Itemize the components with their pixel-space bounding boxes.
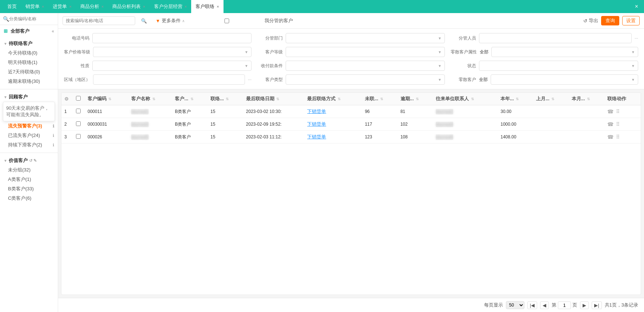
cell-last-contact-type-1[interactable]: 下销货单 [304, 118, 362, 131]
sidebar-item-7days[interactable]: 近7天待联络(0) [0, 67, 58, 77]
action-more-icon-0[interactable]: ⠿ [616, 109, 620, 114]
filter-zero-attr-chevron-icon: ▼ [631, 50, 635, 54]
sidebar-all-customers[interactable]: ⊞ 全部客户 « [0, 25, 58, 37]
query-button[interactable]: 查询 [601, 16, 619, 25]
filter-zero-customer-select[interactable]: ▼ [491, 74, 638, 85]
row-checkbox-0[interactable] [76, 109, 81, 113]
nav-tab-customer-contact[interactable]: 客户联络 × [191, 0, 223, 13]
more-conditions-button[interactable]: ▼ 更多条件 ∧ [153, 16, 188, 25]
sidebar-item-typeB[interactable]: B类客户(33) [0, 184, 58, 194]
action-contact-icon-2[interactable]: ☎ [607, 134, 613, 140]
nav-close-btn[interactable]: × [632, 3, 641, 10]
th-code-label: 客户编码 [88, 96, 106, 101]
nav-tab-analysis-close[interactable]: × [101, 4, 104, 9]
filter-region-more-icon[interactable]: ··· [248, 77, 251, 82]
th-this-year[interactable]: 本年... ⇅ [498, 93, 533, 105]
th-settings[interactable]: ⚙ [61, 93, 73, 105]
nav-home[interactable]: 首页 [3, 0, 21, 13]
cell-last-contact-type-2[interactable]: 下销货单 [304, 131, 362, 143]
nav-tab-analysis-list-close[interactable]: × [143, 4, 145, 9]
action-more-icon-1[interactable]: ⠿ [616, 121, 620, 127]
filter-row-1: 电话号码 分管部门 ▼ 分管人员 ··· [64, 33, 638, 43]
value-edit-icon[interactable]: ↺ ✎ [29, 158, 37, 163]
settings-button[interactable]: 设置 [622, 16, 640, 25]
filter-customer-type-select[interactable]: ▼ [286, 74, 445, 85]
sidebar-item-typeA[interactable]: A类客户(1) [0, 175, 58, 184]
th-action: 联络动作 [604, 93, 641, 105]
prev-page-btn[interactable]: ◀ [540, 301, 549, 309]
sidebar-search-input[interactable] [9, 16, 58, 21]
nav-tab-sales-close[interactable]: × [42, 4, 44, 9]
last-page-btn[interactable]: ▶| [592, 301, 601, 309]
sidebar-item-lost[interactable]: 已流失客户(24) ℹ [0, 131, 58, 140]
sidebar-section-pending-title[interactable]: ▼ 待联络客户 [0, 39, 58, 48]
th-this-month[interactable]: 本月... ⇅ [569, 93, 604, 105]
sidebar-item-declining[interactable]: 持续下滑客户(2) ℹ [0, 140, 58, 150]
next-page-btn[interactable]: ▶ [580, 301, 589, 309]
filter-customer-tier-select[interactable]: ▼ [286, 47, 445, 57]
first-page-btn[interactable]: |◀ [527, 301, 537, 309]
nav-tab-purchase[interactable]: 进货单 × [48, 0, 76, 13]
export-button[interactable]: ↺ 导出 [583, 17, 598, 24]
sidebar-item-pre-lost[interactable]: 流失预警客户(3) ℹ [0, 121, 58, 131]
filter-manager-more-icon[interactable]: ··· [635, 36, 638, 41]
contact-type-link-2[interactable]: 下销货单 [307, 134, 326, 139]
cell-index-2: 3 [61, 131, 73, 143]
action-contact-icon-0[interactable]: ☎ [607, 109, 613, 114]
select-all-checkbox[interactable] [76, 96, 81, 101]
th-overdue[interactable]: 逾期... ⇅ [398, 93, 433, 105]
filter-customer-tier: 客户等级 ▼ [257, 47, 445, 57]
filter-zero-attr-select[interactable]: ▼ [491, 47, 638, 57]
filter-payment-select[interactable]: ▼ [286, 61, 445, 71]
sidebar-section-value-title[interactable]: ▼ 价值客户 ↺ ✎ [0, 156, 58, 165]
cell-last-contact-type-0[interactable]: 下销货单 [304, 105, 362, 118]
sidebar-section-lost-title[interactable]: ▼ 回顾客户 [0, 92, 58, 102]
table-settings-icon[interactable]: ⚙ [64, 96, 69, 102]
action-contact-icon-1[interactable]: ☎ [607, 121, 613, 127]
per-page-select[interactable]: 50 100 200 [506, 301, 524, 309]
sidebar-item-typeC[interactable]: C类客户(6) [0, 194, 58, 203]
sidebar-collapse-icon[interactable]: « [52, 29, 54, 34]
sidebar-divider-1 [0, 89, 58, 89]
nav-tab-analysis[interactable]: 商品分析 × [76, 0, 108, 13]
filter-gender-select[interactable]: ▼ [92, 61, 251, 71]
my-customers-label[interactable]: 我分管的客户 [190, 17, 293, 24]
page-input[interactable] [558, 301, 571, 309]
th-type[interactable]: 客户... ⇅ [172, 93, 208, 105]
filter-price-tier-select[interactable]: ▼ [93, 47, 251, 57]
row-checkbox-2[interactable] [76, 134, 81, 139]
nav-tab-analysis-list[interactable]: 商品分析列表 × [108, 0, 149, 13]
filter-dept-select[interactable]: ▼ [286, 33, 445, 43]
contact-type-link-0[interactable]: 下销货单 [307, 109, 326, 114]
th-code[interactable]: 客户编码 ⇅ [85, 93, 128, 105]
filter-region-select[interactable] [93, 74, 245, 85]
action-more-icon-2[interactable]: ⠿ [616, 134, 620, 140]
search-button[interactable]: 🔍 [138, 17, 150, 25]
filter-phone-input[interactable] [92, 33, 251, 43]
nav-tab-sales[interactable]: 销货单 × [21, 0, 48, 13]
search-input[interactable] [63, 16, 135, 25]
sidebar-item-tomorrow[interactable]: 明天待联络(1) [0, 58, 58, 67]
lost-title-label: 回顾客户 [9, 94, 28, 100]
th-last-month[interactable]: 上月... ⇅ [533, 93, 569, 105]
th-name[interactable]: 客户名称 ⇅ [128, 93, 172, 105]
th-unit-contact[interactable]: 往来单位联系人 ⇅ [433, 93, 498, 105]
th-last-contact-type[interactable]: 最后联络方式 ⇅ [304, 93, 362, 105]
sidebar-item-overdue-contact[interactable]: 逾期未联络(30) [0, 77, 58, 86]
sidebar-item-ungrouped[interactable]: 未分组(32) [0, 165, 58, 175]
nav-tab-customer-contact-close[interactable]: × [217, 4, 219, 9]
cell-this-month-2 [569, 131, 604, 143]
sidebar-search-icon: 🔍 [3, 16, 9, 22]
filter-manager-select[interactable] [479, 33, 632, 43]
nav-tab-purchase-close[interactable]: × [69, 4, 71, 9]
sidebar-item-today[interactable]: 今天待联络(0) [0, 48, 58, 58]
row-checkbox-1[interactable] [76, 121, 81, 126]
nav-tab-customer-tier[interactable]: 客户分层经营 × [150, 0, 191, 13]
th-last-contact-date[interactable]: 最后联络日期 ⇅ [243, 93, 305, 105]
th-not-contacted[interactable]: 未联... ⇅ [362, 93, 398, 105]
nav-tab-customer-tier-close[interactable]: × [185, 4, 187, 9]
contact-type-link-1[interactable]: 下销货单 [307, 121, 326, 127]
my-customers-checkbox[interactable] [190, 19, 263, 23]
filter-status-select[interactable]: ▼ [479, 61, 638, 71]
th-contact[interactable]: 联络... ⇅ [208, 93, 243, 105]
